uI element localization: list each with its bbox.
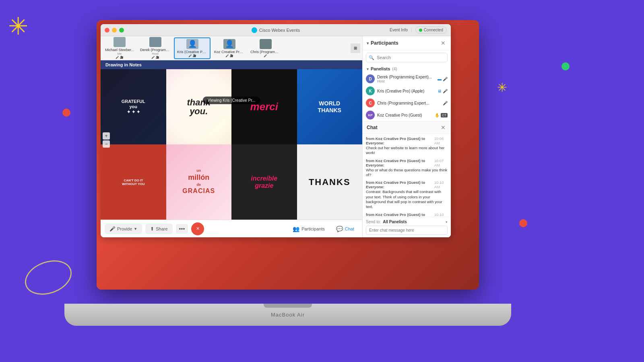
michael-role: Me bbox=[117, 52, 122, 56]
end-call-icon: ✕ bbox=[196, 226, 200, 231]
ct-badge: CT bbox=[441, 113, 448, 117]
chat-message-4: from Koz Creative Pro (Guest) to Everyon… bbox=[366, 212, 448, 217]
derek-panel-name: Derek (Programming Expert)... bbox=[377, 75, 435, 79]
derek-panel-icons: ▬ 🎤 bbox=[438, 77, 448, 81]
chat-header: Chat ✕ bbox=[363, 121, 451, 134]
derek-role: Host bbox=[152, 52, 158, 56]
provide-button[interactable]: 🎤 Provide ▼ bbox=[105, 224, 142, 234]
zoom-out-button[interactable]: − bbox=[103, 140, 110, 148]
chat-title: Chat bbox=[367, 125, 378, 130]
image-grid: GRATEFULyou✦ ✦ ✦ thankyou. bbox=[101, 69, 362, 220]
kris-icons: 🎤 🎥 bbox=[188, 54, 196, 58]
chat-msg-header-3: from Koz Creative Pro (Guest) to Everyon… bbox=[366, 180, 448, 189]
hand-icon: ✋ bbox=[435, 113, 440, 117]
laptop: Cisco Webex Events Event Info | Connecte… bbox=[97, 20, 547, 326]
panelists-count: (4) bbox=[392, 67, 397, 71]
participants-tab[interactable]: 👥 Participants bbox=[289, 223, 328, 234]
chris-panel-avatar: C bbox=[366, 99, 375, 107]
michael-name: Michael Steeber... bbox=[105, 48, 134, 52]
laptop-notch bbox=[264, 304, 312, 308]
chat-section: Chat ✕ from Koz Creative Pro (Guest) to … bbox=[363, 121, 451, 237]
chat-time-1: 10:06 AM bbox=[434, 136, 448, 145]
mic-toolbar-icon: 🎤 bbox=[109, 226, 116, 232]
grid-cell-thankyou: thankyou. bbox=[166, 69, 232, 144]
send-to-value: All Panelists bbox=[383, 220, 407, 224]
mic-icon-2: 🎤 bbox=[151, 56, 155, 59]
participant-thumb-kris[interactable]: 👤 Kris (Creative Pro)... 🎤 🎥 bbox=[174, 37, 211, 59]
close-button[interactable] bbox=[105, 28, 109, 33]
kris-name: Kris (Creative Pro)... bbox=[177, 50, 207, 54]
chat-sender-1: from Koz Creative Pro (Guest) to Everyon… bbox=[366, 136, 432, 145]
search-input[interactable] bbox=[366, 53, 448, 62]
bottom-toolbar: 🎤 Provide ▼ ⬆ Share ••• ✕ bbox=[101, 220, 362, 237]
video-icon-2: 🎥 bbox=[156, 56, 159, 59]
participant-thumb-koz[interactable]: 👤 Koz Creative Pro... 🎤 🎥 bbox=[212, 38, 247, 58]
search-box: 🔍 bbox=[366, 53, 448, 62]
zoom-in-button[interactable]: + bbox=[103, 132, 110, 140]
chat-time-4: 10:10 AM bbox=[434, 212, 448, 217]
panelists-header[interactable]: ▾ Panelists (4) bbox=[363, 65, 451, 73]
title-bar: Cisco Webex Events Event Info | Connecte… bbox=[101, 24, 451, 36]
minimize-button[interactable] bbox=[112, 28, 117, 33]
viewing-label: Viewing Kris (Creative Pr... bbox=[203, 97, 260, 104]
chris-icons: 🎤 bbox=[264, 54, 267, 58]
laptop-base: MacBook Air bbox=[64, 304, 511, 326]
chris-panel-name: Chris (Programming Expert... bbox=[377, 101, 440, 105]
grid-cell-thanks-bw: THANKS bbox=[297, 144, 363, 220]
chat-sender-4: from Koz Creative Pro (Guest) to Everyon… bbox=[366, 212, 432, 217]
koz-name: Koz Creative Pro... bbox=[214, 50, 244, 54]
presentation-title: Drawing in Notes bbox=[101, 60, 362, 69]
fullscreen-button[interactable] bbox=[119, 28, 124, 33]
chat-icon: 💬 bbox=[336, 226, 343, 232]
chris-panel-icons: 🎤 bbox=[443, 101, 448, 105]
kris-panel-icons: 🖥 🎤 bbox=[438, 89, 448, 93]
grid-cell-millon-gracias: unmillóndeGRACIAS bbox=[166, 144, 232, 220]
left-panel: Michael Steeber... Me 🎤 🎥 Derek (P bbox=[101, 36, 362, 237]
panelist-row-koz: KP Koz Creative Pro (Guest) ✋ CT bbox=[363, 109, 451, 121]
derek-avatar bbox=[149, 37, 161, 47]
chat-message-1: from Koz Creative Pro (Guest) to Everyon… bbox=[366, 136, 448, 156]
send-to-chevron[interactable]: ▾ bbox=[446, 220, 448, 224]
koz-panel-avatar: KP bbox=[366, 111, 375, 119]
chat-close-button[interactable]: ✕ bbox=[440, 124, 447, 131]
derek-icons: 🎤 🎥 bbox=[151, 56, 159, 59]
screen-share-icon: 🖥 bbox=[438, 89, 442, 93]
chevron-participants: ▾ bbox=[367, 41, 369, 45]
event-info-link[interactable]: Event Info bbox=[390, 28, 408, 32]
kris-panel-info: Kris (Creative Pro) (Apple) bbox=[377, 89, 435, 93]
participant-thumb-derek[interactable]: Derek (Programm... Host 🎤 🎥 bbox=[138, 36, 173, 60]
chat-input[interactable] bbox=[366, 226, 448, 235]
participants-close-button[interactable]: ✕ bbox=[440, 39, 447, 47]
derek-panel-role: Host bbox=[377, 79, 435, 83]
zoom-controls: + − bbox=[103, 132, 110, 148]
more-button[interactable]: ••• bbox=[176, 224, 188, 234]
chat-tab[interactable]: 💬 Chat bbox=[332, 223, 358, 234]
circle-sketch-decoration bbox=[20, 254, 76, 301]
chat-msg-header-1: from Koz Creative Pro (Guest) to Everyon… bbox=[366, 136, 448, 145]
derek-name: Derek (Programm... bbox=[140, 48, 170, 52]
mic-icon-3: 🎤 bbox=[188, 54, 192, 58]
participant-thumb-chris[interactable]: Chris (Programm... 🎤 bbox=[248, 38, 283, 58]
app-title: Cisco Webex Events bbox=[252, 27, 300, 33]
participants-section-header: ▾ Participants ✕ bbox=[363, 36, 451, 50]
send-to-row: Send to: All Panelists ▾ bbox=[366, 220, 448, 224]
end-call-button[interactable]: ✕ bbox=[191, 222, 204, 235]
chat-sender-3: from Koz Creative Pro (Guest) to Everyon… bbox=[366, 180, 432, 189]
chat-msg-header-2: from Koz Creative Pro (Guest) to Everyon… bbox=[366, 158, 448, 167]
chat-footer: Send to: All Panelists ▾ bbox=[363, 217, 451, 237]
mic-icon-kris: 🎤 bbox=[443, 89, 448, 93]
mic-icon: 🎤 bbox=[116, 56, 119, 59]
connected-dot bbox=[419, 29, 422, 32]
green-dot-decoration bbox=[561, 62, 570, 70]
kris-panel-avatar: K bbox=[366, 86, 375, 95]
send-to-label: Send to: bbox=[366, 220, 381, 224]
participant-thumb-michael[interactable]: Michael Steeber... Me 🎤 🎥 bbox=[103, 36, 136, 60]
share-button[interactable]: ⬆ Share bbox=[145, 224, 172, 234]
chris-avatar bbox=[260, 39, 272, 49]
main-content: Michael Steeber... Me 🎤 🎥 Derek (P bbox=[101, 36, 451, 237]
michael-avatar bbox=[114, 37, 126, 47]
video-icon-3: 🎥 bbox=[193, 54, 196, 58]
participants-icon: 👥 bbox=[293, 226, 299, 232]
chat-message-2: from Koz Creative Pro (Guest) to Everyon… bbox=[366, 158, 448, 178]
gallery-view-button[interactable]: ⊞ bbox=[351, 43, 360, 53]
